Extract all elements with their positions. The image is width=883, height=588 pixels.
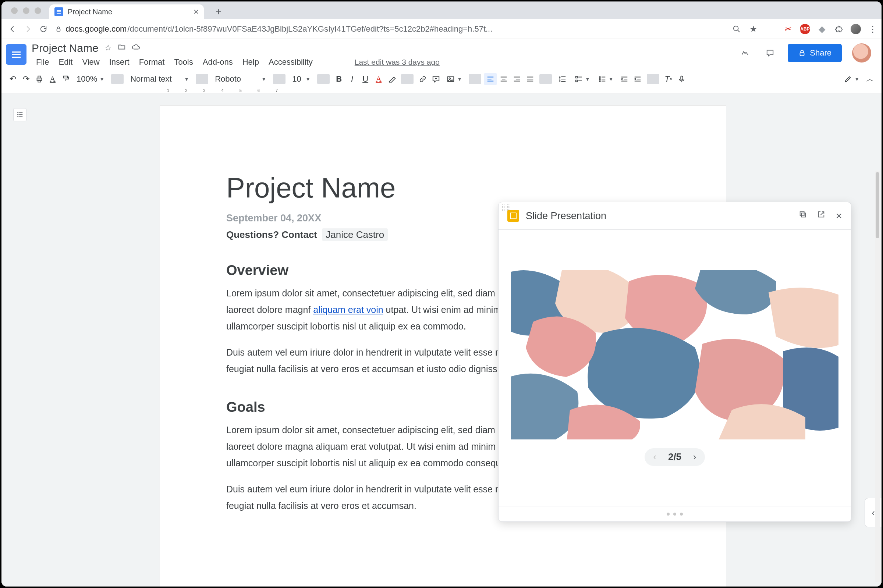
zoom-select[interactable]: 100%▼ xyxy=(73,73,108,86)
tab-title: Project Name xyxy=(68,8,112,16)
scrollbar-thumb[interactable] xyxy=(875,172,879,238)
panel-header[interactable]: ⠿⠿⠿⠿ Slide Presentation × xyxy=(499,202,851,230)
account-avatar[interactable] xyxy=(852,44,871,63)
menu-view[interactable]: View xyxy=(78,54,104,70)
paragraph-style-select[interactable]: Normal text▼ xyxy=(126,73,193,86)
menu-help[interactable]: Help xyxy=(238,54,263,70)
share-button[interactable]: Share xyxy=(788,44,842,62)
underline-button[interactable]: U xyxy=(359,73,372,86)
highlight-button[interactable] xyxy=(386,73,398,86)
menu-edit[interactable]: Edit xyxy=(54,54,77,70)
spellcheck-button[interactable]: A xyxy=(47,73,59,86)
insert-image-button[interactable]: ▼ xyxy=(443,73,466,86)
insert-link-button[interactable] xyxy=(416,73,429,86)
zoom-icon[interactable] xyxy=(731,24,742,34)
address-bar[interactable]: docs.google.com/document/d/1olcn-5f897wu… xyxy=(51,24,723,34)
slide-next-button[interactable]: › xyxy=(684,448,705,466)
collapse-toolbar-button[interactable]: ︿ xyxy=(864,73,876,86)
nav-back-button[interactable] xyxy=(5,22,20,36)
extension-drive-icon[interactable]: ◆ xyxy=(817,24,827,34)
document-canvas: Project Name September 04, 20XX Question… xyxy=(2,93,881,586)
cloud-status-icon[interactable] xyxy=(132,43,140,53)
nav-forward-button xyxy=(21,22,35,36)
panel-copy-icon[interactable] xyxy=(799,210,807,222)
horizontal-ruler[interactable]: 1 2 3 4 5 6 7 xyxy=(2,88,881,93)
indent-decrease-button[interactable] xyxy=(618,73,631,86)
window-controls[interactable] xyxy=(11,8,41,14)
redo-button[interactable]: ↷ xyxy=(20,73,32,86)
new-tab-button[interactable]: + xyxy=(213,6,224,18)
last-edit-link[interactable]: Last edit was 3 days ago xyxy=(355,58,440,66)
menu-insert[interactable]: Insert xyxy=(105,54,134,70)
font-size-select[interactable]: 10▼ xyxy=(288,73,314,86)
panel-resize-dots-icon[interactable] xyxy=(499,506,851,522)
extensions-puzzle-icon[interactable] xyxy=(834,24,844,34)
profile-avatar-icon[interactable] xyxy=(851,24,861,34)
svg-rect-6 xyxy=(64,76,68,78)
svg-rect-4 xyxy=(38,76,41,78)
activity-icon[interactable] xyxy=(738,46,752,60)
docs-app-icon[interactable] xyxy=(6,44,27,65)
align-right-button[interactable] xyxy=(511,73,523,86)
doc-title[interactable]: Project Name xyxy=(32,42,99,54)
browser-tabstrip: Project Name × + xyxy=(2,2,881,19)
insert-comment-button[interactable] xyxy=(430,73,442,86)
paint-format-button[interactable] xyxy=(60,73,72,86)
traffic-zoom[interactable] xyxy=(35,8,41,14)
nav-reload-button[interactable] xyxy=(36,22,51,36)
lock-icon xyxy=(798,49,806,57)
menu-tools[interactable]: Tools xyxy=(170,54,197,70)
menu-format[interactable]: Format xyxy=(135,54,169,70)
panel-close-icon[interactable]: × xyxy=(835,210,842,222)
menu-addons[interactable]: Add-ons xyxy=(198,54,237,70)
editing-mode-button[interactable]: ▼ xyxy=(840,73,863,86)
doc-heading-title: Project Name xyxy=(226,172,660,204)
docs-header: Project Name ☆ File Edit View Insert For… xyxy=(2,39,881,70)
contact-name-chip[interactable]: Janice Castro xyxy=(322,228,388,241)
font-family-select[interactable]: Roboto▼ xyxy=(211,73,270,86)
comments-icon[interactable] xyxy=(763,46,778,60)
url-host: docs.google.com xyxy=(66,24,126,34)
italic-button[interactable]: I xyxy=(346,73,358,86)
bookmark-star-icon[interactable]: ★ xyxy=(748,24,758,34)
line-spacing-button[interactable] xyxy=(555,73,570,86)
print-button[interactable] xyxy=(33,73,46,86)
align-center-button[interactable] xyxy=(497,73,510,86)
align-left-button[interactable] xyxy=(484,73,497,86)
svg-rect-16 xyxy=(800,212,804,216)
chrome-overflow-icon[interactable]: ⋮ xyxy=(868,24,878,34)
traffic-close[interactable] xyxy=(11,8,18,14)
svg-rect-0 xyxy=(57,28,60,31)
traffic-minimize[interactable] xyxy=(23,8,29,14)
extension-scissors-icon[interactable]: ✂ xyxy=(783,24,793,34)
outline-toggle-button[interactable] xyxy=(13,108,27,122)
slide-thumbnail[interactable] xyxy=(511,270,838,440)
slide-preview-panel[interactable]: ⠿⠿⠿⠿ Slide Presentation × xyxy=(498,202,851,522)
body-link[interactable]: aliquam erat voin xyxy=(313,304,383,315)
extension-abp-icon[interactable]: ABP xyxy=(800,24,810,34)
indent-increase-button[interactable] xyxy=(631,73,644,86)
svg-rect-2 xyxy=(800,52,804,56)
clear-formatting-button[interactable]: T× xyxy=(662,73,675,86)
checklist-button[interactable]: ▼ xyxy=(571,73,594,86)
docs-favicon-icon xyxy=(54,8,63,16)
align-justify-button[interactable] xyxy=(524,73,536,86)
contact-label: Questions? Contact xyxy=(226,229,317,240)
star-icon[interactable]: ☆ xyxy=(105,43,112,53)
bold-button[interactable]: B xyxy=(333,73,345,86)
move-folder-icon[interactable] xyxy=(118,43,126,53)
slide-page-indicator: 2/5 xyxy=(665,451,684,463)
panel-open-external-icon[interactable] xyxy=(817,210,825,222)
voice-typing-button[interactable] xyxy=(676,73,688,86)
slides-app-icon xyxy=(508,210,519,222)
browser-tab-active[interactable]: Project Name × xyxy=(49,4,204,19)
svg-rect-15 xyxy=(802,213,806,217)
menu-file[interactable]: File xyxy=(32,54,53,70)
tab-close-icon[interactable]: × xyxy=(194,7,199,17)
text-color-button[interactable]: A xyxy=(372,73,385,86)
undo-button[interactable]: ↶ xyxy=(7,73,19,86)
menu-accessibility[interactable]: Accessibility xyxy=(264,54,317,70)
bulleted-list-button[interactable]: ▼ xyxy=(595,73,617,86)
slide-pager: ‹ 2/5 › xyxy=(644,448,705,466)
vertical-scrollbar[interactable] xyxy=(875,171,880,582)
